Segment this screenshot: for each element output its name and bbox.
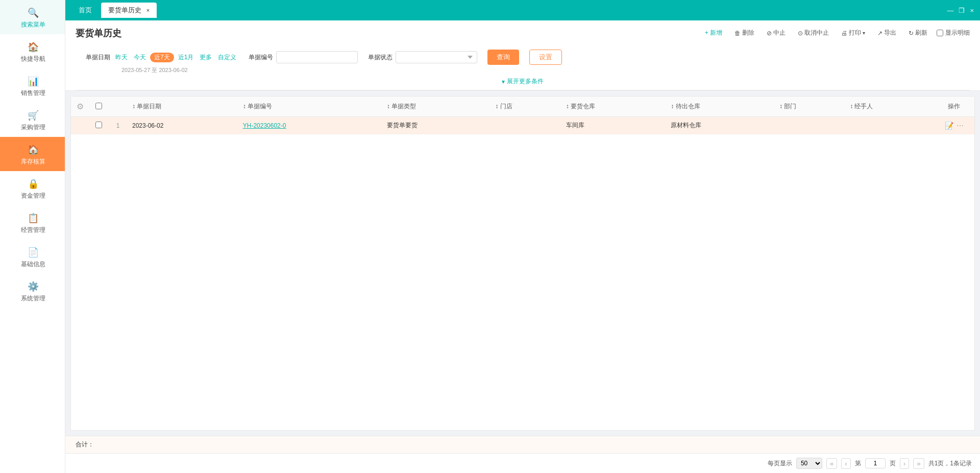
print-dropdown-icon: ▾ (863, 30, 865, 36)
stop-button[interactable]: ⊘ 中止 (764, 27, 789, 39)
col-store: ↕ 门店 (492, 97, 562, 117)
table-container: ⚙ ↕ 单据日期 ↕ 单据编号 (70, 96, 975, 431)
display-detail-input[interactable] (937, 30, 943, 36)
col-doc-type: ↕ 单据类型 (383, 97, 492, 117)
export-button[interactable]: ↗ 导出 (874, 27, 899, 39)
sales-mgmt-icon: 📊 (28, 76, 39, 87)
setting-button[interactable]: 设置 (529, 50, 562, 65)
page-header: 要货单历史 + 新增 🗑 删除 ⊘ 中止 ⊙ 取消中止 (65, 20, 980, 91)
sidebar-item-search-menu[interactable]: 🔍 搜索菜单 (0, 0, 65, 34)
chevron-down-icon: ▾ (502, 78, 505, 85)
sidebar-item-purchase-mgmt[interactable]: 🛒 采购管理 (0, 103, 65, 137)
export-icon: ↗ (877, 30, 883, 37)
filter-row: 单据日期 昨天 今天 近7天 近1月 更多 自定义 单据编号 (86, 50, 960, 65)
row-store (492, 117, 562, 134)
tab-home[interactable]: 首页 (71, 3, 99, 18)
shortcut-custom[interactable]: 自定义 (216, 53, 238, 62)
tab-close-icon[interactable]: × (146, 7, 150, 13)
doc-status-label: 单据状态 (368, 53, 393, 62)
table-footer: 合计： (65, 436, 980, 453)
delete-button[interactable]: 🗑 删除 (731, 27, 757, 39)
page-suffix: 页 (890, 459, 896, 468)
col-department: ↕ 部门 (775, 97, 846, 117)
row-checkbox[interactable] (89, 117, 108, 134)
table-settings-icon[interactable]: ⚙ (77, 102, 84, 111)
row-more-icon[interactable]: ⋯ (957, 122, 964, 130)
prev-page-button[interactable]: ‹ (841, 458, 850, 469)
content-area: 要货单历史 + 新增 🗑 删除 ⊘ 中止 ⊙ 取消中止 (65, 20, 980, 473)
print-icon: 🖨 (841, 30, 847, 37)
col-action: 操作 (934, 97, 974, 117)
select-all-checkbox[interactable] (95, 103, 102, 109)
doc-number-filter-group: 单据编号 (249, 51, 358, 63)
total-info: 共1页，1条记录 (928, 459, 972, 468)
per-page-select[interactable]: 50 10 20 100 (796, 458, 822, 469)
page-input[interactable] (865, 458, 886, 468)
row-pending-warehouse: 原材料仓库 (667, 117, 775, 134)
col-pending-warehouse: ↕ 待出仓库 (667, 97, 775, 117)
page-label: 第 (855, 459, 861, 468)
operations-mgmt-icon: 📋 (28, 212, 39, 224)
cancel-stop-icon: ⊙ (798, 30, 803, 37)
row-doc-type: 要货单要货 (383, 117, 492, 134)
col-doc-number: ↕ 单据编号 (239, 97, 383, 117)
finance-mgmt-icon: 🔒 (28, 178, 39, 190)
sidebar-item-finance-mgmt[interactable]: 🔒 资金管理 (0, 171, 65, 205)
basic-info-icon: 📄 (28, 247, 39, 258)
doc-number-input[interactable] (276, 51, 358, 63)
doc-number-label: 单据编号 (249, 53, 273, 62)
sidebar-item-quick-nav[interactable]: 🏠 快捷导航 (0, 34, 65, 68)
next-page-button[interactable]: › (900, 458, 909, 469)
display-detail-checkbox[interactable]: 显示明细 (937, 29, 970, 37)
query-button[interactable]: 查询 (487, 50, 519, 65)
delete-icon: 🗑 (734, 30, 741, 37)
row-req-warehouse: 车间库 (562, 117, 667, 134)
toolbar: + 新增 🗑 删除 ⊘ 中止 ⊙ 取消中止 🖨 打 (702, 27, 970, 39)
system-mgmt-icon: ⚙️ (28, 281, 39, 292)
col-num (108, 97, 128, 117)
last-page-button[interactable]: » (913, 458, 924, 469)
total-label: 合计： (76, 440, 94, 449)
window-minimize-button[interactable]: — (947, 7, 953, 14)
table-row: 1 2023-06-02 YH-20230602-0 要货单要货 车间库 原材料… (71, 117, 974, 134)
date-shortcuts: 昨天 今天 近7天 近1月 更多 自定义 (113, 53, 238, 62)
date-filter-label: 单据日期 (86, 53, 110, 62)
doc-status-select[interactable] (396, 51, 477, 63)
row-doc-number[interactable]: YH-20230602-0 (239, 117, 383, 134)
shortcut-1month[interactable]: 近1月 (176, 53, 196, 62)
row-doc-date: 2023-06-02 (128, 117, 239, 134)
window-restore-button[interactable]: ❐ (959, 7, 965, 14)
print-button[interactable]: 🖨 打印 ▾ (838, 27, 868, 39)
sidebar-item-basic-info[interactable]: 📄 基础信息 (0, 240, 65, 274)
quick-nav-icon: 🏠 (28, 41, 39, 53)
sidebar-item-sales-mgmt[interactable]: 📊 销售管理 (0, 68, 65, 103)
row-department (775, 117, 846, 134)
add-button[interactable]: + 新增 (702, 27, 725, 39)
refresh-button[interactable]: ↻ 刷新 (905, 27, 930, 39)
stop-icon: ⊘ (767, 30, 772, 37)
first-page-button[interactable]: « (826, 458, 837, 469)
row-edit-icon[interactable]: 📝 (945, 122, 953, 130)
sidebar-item-operations-mgmt[interactable]: 📋 经营管理 (0, 205, 65, 240)
cancel-stop-button[interactable]: ⊙ 取消中止 (795, 27, 832, 39)
shortcut-today[interactable]: 今天 (132, 53, 148, 62)
per-page-label: 每页显示 (768, 459, 792, 468)
date-range-display: 2023-05-27 至 2023-06-02 (121, 67, 188, 73)
sidebar-item-inventory[interactable]: 🏠 库存核算 (0, 137, 65, 171)
table-body: 1 2023-06-02 YH-20230602-0 要货单要货 车间库 原材料… (71, 117, 974, 134)
col-req-warehouse: ↕ 要货仓库 (562, 97, 667, 117)
pagination: 每页显示 50 10 20 100 « ‹ 第 页 › » 共1页，1条记录 (65, 453, 980, 473)
expand-more-button[interactable]: ▾ 展开更多条件 (86, 77, 960, 86)
requisition-table: ⚙ ↕ 单据日期 ↕ 单据编号 (71, 97, 974, 134)
filter-area: 单据日期 昨天 今天 近7天 近1月 更多 自定义 单据编号 (76, 44, 970, 90)
shortcut-yesterday[interactable]: 昨天 (113, 53, 130, 62)
refresh-icon: ↻ (909, 30, 914, 37)
shortcut-more[interactable]: 更多 (198, 53, 214, 62)
window-close-button[interactable]: × (970, 7, 974, 14)
sidebar-item-system-mgmt[interactable]: ⚙️ 系统管理 (0, 274, 65, 308)
shortcut-7days[interactable]: 近7天 (150, 53, 174, 62)
tab-requisition-history[interactable]: 要货单历史 × (101, 3, 157, 18)
col-settings: ⚙ (71, 97, 89, 117)
row-num: 1 (108, 117, 128, 134)
topbar-right-controls: — ❐ × (947, 7, 974, 14)
